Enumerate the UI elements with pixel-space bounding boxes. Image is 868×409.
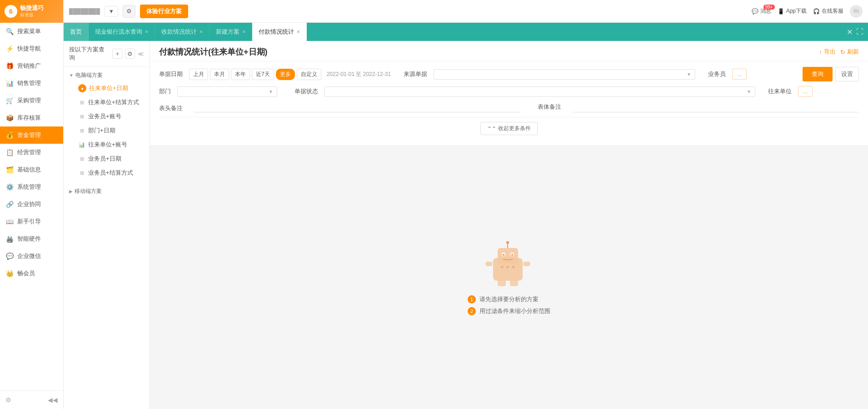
export-btn[interactable]: ↑ 导出 bbox=[819, 48, 836, 56]
topbar-settings-btn[interactable]: ⚙ bbox=[123, 5, 135, 18]
sidebar-item-quick-nav[interactable]: ⚡ 快捷导航 bbox=[0, 40, 63, 57]
tab-bank-flow-close[interactable]: × bbox=[145, 29, 148, 35]
filter-actions: 查询 设置 bbox=[803, 67, 859, 81]
enterprise-icon: 🔗 bbox=[5, 200, 14, 208]
filter-settings-btn[interactable]: 设置 bbox=[835, 67, 859, 81]
sidebar-header: 6 畅捷通巧 标准版 bbox=[0, 0, 63, 23]
scheme-panel-collapse-btn[interactable]: ≪ bbox=[138, 50, 144, 57]
sidebar-item-marketing[interactable]: 🎁 营销推广 bbox=[0, 57, 63, 75]
sidebar-item-system[interactable]: ⚙️ 系统管理 bbox=[0, 178, 63, 196]
scheme-unit-date-label: 往来单位+日期 bbox=[89, 84, 128, 92]
app-download-btn[interactable]: 📱 App下载 bbox=[778, 7, 807, 15]
sidebar-nav: 🔍 搜索菜单 ⚡ 快捷导航 🎁 营销推广 📊 销售管理 🛒 采购管理 📦 库存核… bbox=[0, 23, 63, 390]
source-dropdown-arrow: ▼ bbox=[687, 72, 691, 77]
sidebar-item-inventory[interactable]: 📦 库存核算 bbox=[0, 109, 63, 126]
trial-btn[interactable]: 体验行业方案 bbox=[140, 5, 188, 18]
mobile-group-header[interactable]: ▶ 移动端方案 bbox=[64, 186, 150, 197]
mobile-group-label: 移动端方案 bbox=[75, 187, 102, 195]
scheme-table-icon-1: ⊞ bbox=[78, 99, 85, 106]
online-service-btn[interactable]: 🎧 在线客服 bbox=[813, 7, 843, 15]
sidebar-item-basic-info[interactable]: 🗂️ 基础信息 bbox=[0, 161, 63, 178]
this-month-btn[interactable]: 本月 bbox=[210, 69, 229, 80]
scheme-item-dept-date[interactable]: ⊞ 部门+日期 bbox=[65, 124, 148, 137]
empty-texts: 1 请先选择要分析的方案 2 用过滤条件来缩小分析范围 bbox=[468, 295, 550, 315]
sales-icon: 📊 bbox=[5, 79, 14, 87]
sidebar-item-sales[interactable]: 📊 销售管理 bbox=[0, 75, 63, 92]
scheme-table-icon-2: ⊞ bbox=[78, 113, 85, 120]
company-dropdown[interactable]: ▼ bbox=[105, 6, 118, 17]
scheme-panel-title: 按以下方案查询 bbox=[69, 45, 110, 62]
collapse-btn[interactable]: ⌃⌃ 收起更多条件 bbox=[480, 122, 538, 135]
table-header-note-input[interactable] bbox=[194, 101, 520, 112]
active-scheme-icon: ● bbox=[78, 84, 86, 92]
voucher-status-select[interactable]: ▼ bbox=[324, 86, 755, 97]
sidebar-settings-btn[interactable]: ⚙ bbox=[4, 394, 13, 405]
refresh-icon: ↻ bbox=[840, 49, 845, 56]
scheme-chart-icon: 📊 bbox=[78, 141, 85, 148]
last-month-btn[interactable]: 上月 bbox=[189, 69, 208, 80]
sidebar-item-guide[interactable]: 📖 新手引导 bbox=[0, 213, 63, 230]
sidebar-item-purchase[interactable]: 🛒 采购管理 bbox=[0, 92, 63, 109]
table-body-note-input[interactable] bbox=[572, 101, 859, 112]
partner-input[interactable]: ... bbox=[798, 86, 813, 97]
export-icon: ↑ bbox=[819, 49, 823, 56]
sidebar-item-member[interactable]: 👑 畅会员 bbox=[0, 265, 63, 282]
sidebar-collapse-btn[interactable]: ◀◀ bbox=[46, 394, 60, 405]
app-logo: 6 bbox=[5, 5, 17, 18]
mobile-group-arrow: ▶ bbox=[69, 189, 73, 194]
company-name: ████████ bbox=[69, 8, 100, 15]
scheme-item-unit-date[interactable]: ● 往来单位+日期 bbox=[65, 81, 148, 95]
last7days-btn[interactable]: 近7天 bbox=[252, 69, 274, 80]
dept-select[interactable]: ▼ bbox=[177, 86, 277, 97]
tab-new-scheme-close[interactable]: × bbox=[242, 29, 245, 35]
basic-info-icon: 🗂️ bbox=[5, 166, 14, 174]
scheme-item-unit-account[interactable]: 📊 往来单位+账号 bbox=[65, 138, 148, 151]
source-voucher-select[interactable]: ▼ bbox=[434, 69, 695, 80]
tab-bank-flow[interactable]: 现金银行流水查询 × bbox=[89, 23, 155, 41]
messages-btn[interactable]: 💬 消息 99+ bbox=[752, 7, 771, 15]
sidebar-item-enterprise-label: 企业协同 bbox=[17, 200, 41, 208]
sidebar-item-operation[interactable]: 📋 经营管理 bbox=[0, 144, 63, 161]
scheme-item-staff-settlement[interactable]: ⊞ 业务员+结算方式 bbox=[65, 166, 148, 180]
refresh-btn[interactable]: ↻ 刷新 bbox=[840, 48, 859, 56]
more-btn[interactable]: 更多 bbox=[276, 69, 295, 80]
tab-receivable[interactable]: 收款情况统计 × bbox=[155, 23, 210, 41]
source-section: 来源单据 ▼ bbox=[404, 69, 695, 80]
sidebar-item-member-label: 畅会员 bbox=[17, 269, 35, 278]
sidebar-item-search[interactable]: 🔍 搜索菜单 bbox=[0, 23, 63, 40]
close-tab-btn[interactable]: ✕ bbox=[847, 28, 853, 36]
this-year-btn[interactable]: 本年 bbox=[231, 69, 250, 80]
maximize-tab-btn[interactable]: ⛶ bbox=[856, 28, 863, 36]
tab-receivable-close[interactable]: × bbox=[200, 29, 203, 35]
svg-point-5 bbox=[511, 254, 513, 256]
dept-dropdown-arrow: ▼ bbox=[269, 89, 273, 94]
tab-home-label: 首页 bbox=[70, 28, 82, 36]
sidebar-item-hardware[interactable]: 🖨️ 智能硬件 bbox=[0, 230, 63, 247]
member-icon: 👑 bbox=[5, 269, 14, 278]
scheme-staff-date-label: 业务员+日期 bbox=[88, 155, 121, 163]
sidebar-item-wechat[interactable]: 💬 企业微信 bbox=[0, 247, 63, 265]
svg-rect-1 bbox=[498, 248, 518, 264]
sidebar-item-enterprise[interactable]: 🔗 企业协同 bbox=[0, 196, 63, 213]
source-voucher-label: 来源单据 bbox=[404, 70, 427, 78]
tab-receivable-label: 收款情况统计 bbox=[161, 28, 197, 36]
tab-payment-stat-close[interactable]: × bbox=[297, 29, 300, 35]
svg-rect-10 bbox=[498, 280, 506, 286]
user-avatar[interactable]: Rit bbox=[850, 5, 863, 18]
scheme-item-staff-account[interactable]: ⊞ 业务员+账号 bbox=[65, 110, 148, 123]
scheme-item-staff-date[interactable]: ⊞ 业务员+日期 bbox=[65, 152, 148, 166]
tab-new-scheme[interactable]: 新建方案 × bbox=[210, 23, 252, 41]
custom-btn[interactable]: 自定义 bbox=[297, 69, 321, 80]
desktop-group-header[interactable]: ▼ 电脑端方案 bbox=[64, 70, 150, 81]
scheme-panel: 按以下方案查询 ＋ ⚙ ≪ ▼ 电脑端方案 ● 往来单位+日期 bbox=[64, 41, 150, 409]
sidebar-item-capital[interactable]: 💰 资金管理 bbox=[0, 126, 63, 144]
tab-home[interactable]: 首页 bbox=[64, 23, 89, 41]
scheme-settings-btn[interactable]: ⚙ bbox=[125, 49, 135, 59]
add-scheme-btn[interactable]: ＋ bbox=[112, 49, 122, 59]
tabbar: 首页 现金银行流水查询 × 收款情况统计 × 新建方案 × 付款情况统计 × ✕… bbox=[64, 23, 868, 41]
query-btn[interactable]: 查询 bbox=[803, 67, 833, 81]
scheme-item-unit-settlement[interactable]: ⊞ 往来单位+结算方式 bbox=[65, 96, 148, 109]
sidebar-item-purchase-label: 采购管理 bbox=[17, 96, 41, 105]
salesperson-input[interactable]: ... bbox=[732, 69, 747, 80]
tab-payment-stat[interactable]: 付款情况统计 × bbox=[252, 23, 307, 41]
